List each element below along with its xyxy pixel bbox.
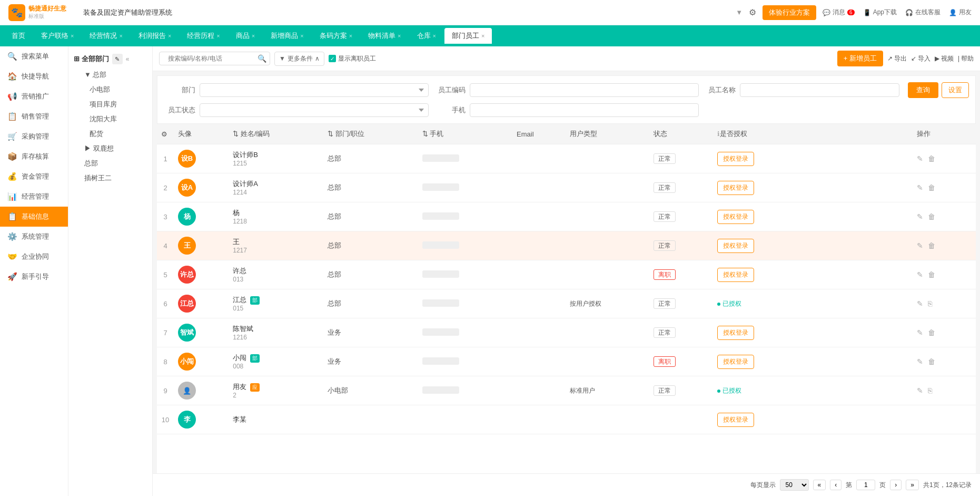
- col-name-code[interactable]: ⇅ 姓名/编码: [229, 124, 323, 144]
- dept-subitem-project[interactable]: 项目库房: [74, 97, 152, 112]
- auth-button[interactable]: 授权登录: [717, 210, 754, 224]
- delete-icon[interactable]: 🗑: [928, 183, 935, 192]
- sidebar-item-system[interactable]: ⚙️系统管理: [0, 227, 68, 247]
- edit-icon[interactable]: ✎: [917, 386, 923, 395]
- col-dept-position[interactable]: ⇅ 部门/职位: [323, 124, 418, 144]
- copy-icon[interactable]: ⎘: [928, 386, 932, 395]
- phone-input[interactable]: [470, 103, 699, 117]
- tab-employees[interactable]: 部门员工 ×: [444, 28, 492, 44]
- app-download-button[interactable]: 📱 App下载: [863, 8, 897, 17]
- edit-icon[interactable]: ✎: [917, 183, 923, 192]
- prev-page-button[interactable]: ‹: [830, 480, 842, 490]
- sidebar-item-nav[interactable]: 🏠快捷导航: [0, 66, 68, 86]
- first-page-button[interactable]: «: [813, 480, 826, 490]
- dept-subitem-peihuo[interactable]: 配货: [74, 127, 152, 141]
- edit-icon[interactable]: ✎: [917, 212, 923, 221]
- sidebar-item-management[interactable]: 📊经营管理: [0, 187, 68, 207]
- edit-icon[interactable]: ✎: [917, 299, 923, 308]
- emp-status-select[interactable]: [200, 103, 429, 117]
- emp-code-input[interactable]: [470, 83, 699, 97]
- import-button[interactable]: ↙ 导入: [911, 54, 930, 63]
- tab-add-goods[interactable]: 新增商品 ×: [263, 28, 311, 44]
- filter-more-button[interactable]: ▼ 更多条件 ∧: [274, 52, 324, 66]
- tab-bom[interactable]: 物料清单 ×: [361, 28, 408, 44]
- tab-profit[interactable]: 利润报告 ×: [131, 28, 179, 44]
- search-input[interactable]: [163, 52, 258, 65]
- dept-select[interactable]: [200, 83, 429, 97]
- page-number-input[interactable]: [856, 480, 875, 490]
- delete-icon[interactable]: 🗑: [928, 357, 935, 366]
- close-icon[interactable]: ×: [216, 33, 220, 39]
- tab-home[interactable]: 首页: [4, 28, 33, 44]
- dept-item-zongbu2[interactable]: 总部: [74, 156, 152, 171]
- sidebar-item-finance[interactable]: 💰资金管理: [0, 167, 68, 187]
- export-button[interactable]: ↗ 导出: [887, 54, 907, 63]
- auth-button[interactable]: 授权登录: [717, 239, 754, 253]
- dept-edit-icon[interactable]: ✎: [112, 54, 123, 64]
- close-icon[interactable]: ×: [433, 33, 436, 39]
- auth-button[interactable]: 授权登录: [717, 152, 754, 166]
- query-button[interactable]: 查询: [908, 82, 938, 98]
- sidebar-item-marketing[interactable]: 📢营销推广: [0, 86, 68, 106]
- user-menu[interactable]: 👤 用友: [949, 8, 972, 17]
- sidebar-item-basic[interactable]: 📋基础信息: [0, 207, 68, 227]
- show-resigned-checkbox[interactable]: ✓ 显示离职员工: [329, 54, 376, 63]
- sidebar-item-collab[interactable]: 🤝企业协同: [0, 247, 68, 267]
- auth-button[interactable]: 授权登录: [717, 355, 754, 369]
- set-button[interactable]: 设置: [942, 82, 969, 98]
- dept-item-shuanglu[interactable]: ▶ 双鹿想: [74, 141, 152, 156]
- dept-subitem-shenyang[interactable]: 沈阳大库: [74, 112, 152, 127]
- auth-button[interactable]: 授权登录: [717, 413, 754, 427]
- tab-history[interactable]: 经营历程 ×: [180, 28, 227, 44]
- view-button[interactable]: ▶ 视频: [935, 54, 954, 63]
- sidebar-item-search[interactable]: 🔍搜索菜单: [0, 46, 68, 66]
- auth-button[interactable]: 授权登录: [717, 181, 754, 195]
- sidebar-item-sales[interactable]: 📋销售管理: [0, 106, 68, 127]
- search-button[interactable]: 🔍: [258, 54, 266, 63]
- emp-name-input[interactable]: [740, 83, 899, 97]
- dept-subitem-xiaodian[interactable]: 小电部: [74, 82, 152, 97]
- online-service-button[interactable]: 🎧 在线客服: [905, 8, 941, 17]
- settings-icon[interactable]: ⚙: [749, 7, 756, 17]
- sidebar-item-inventory[interactable]: 📦库存核算: [0, 147, 68, 167]
- close-icon[interactable]: ×: [119, 33, 122, 39]
- dept-item-chashuwang[interactable]: 插树王二: [74, 171, 152, 186]
- add-employee-button[interactable]: + 新增员工: [837, 51, 883, 66]
- close-icon[interactable]: ×: [168, 33, 171, 39]
- tab-goods[interactable]: 商品 ×: [229, 28, 262, 44]
- tab-barcode[interactable]: 条码方案 ×: [312, 28, 360, 44]
- edit-icon[interactable]: ✎: [917, 357, 923, 366]
- delete-icon[interactable]: 🗑: [928, 212, 935, 221]
- sidebar-item-purchase[interactable]: 🛒采购管理: [0, 127, 68, 147]
- edit-icon[interactable]: ✎: [917, 328, 923, 337]
- tab-customer[interactable]: 客户联络 ×: [34, 28, 81, 44]
- edit-icon[interactable]: ✎: [917, 270, 923, 279]
- page-size-select[interactable]: 50 100: [780, 479, 809, 491]
- dropdown-arrow-icon[interactable]: ▼: [736, 8, 743, 16]
- tab-warehouse[interactable]: 仓库 ×: [410, 28, 443, 44]
- experience-button[interactable]: 体验行业方案: [763, 5, 816, 20]
- dept-item-zongbu[interactable]: ▼ 总部: [74, 67, 152, 82]
- dept-collapse-btn[interactable]: «: [126, 55, 130, 63]
- delete-icon[interactable]: 🗑: [928, 154, 935, 163]
- sidebar-item-guide[interactable]: 🚀新手引导: [0, 267, 68, 287]
- auth-button[interactable]: 授权登录: [717, 268, 754, 282]
- close-icon[interactable]: ×: [398, 33, 401, 39]
- close-icon[interactable]: ×: [71, 33, 74, 39]
- delete-icon[interactable]: 🗑: [928, 328, 935, 337]
- auth-button[interactable]: 授权登录: [717, 326, 754, 340]
- col-settings[interactable]: ⚙: [157, 124, 174, 144]
- col-phone[interactable]: ⇅ 手机: [418, 124, 512, 144]
- tab-operation[interactable]: 经营情况 ×: [82, 28, 130, 44]
- help-button[interactable]: | 帮助: [958, 54, 974, 63]
- close-icon[interactable]: ×: [252, 33, 255, 39]
- message-button[interactable]: 💬 消息 6: [823, 8, 855, 17]
- delete-icon[interactable]: 🗑: [928, 241, 935, 250]
- next-page-button[interactable]: ›: [890, 480, 902, 490]
- close-icon[interactable]: ×: [349, 33, 352, 39]
- copy-icon[interactable]: ⎘: [928, 299, 932, 308]
- close-icon[interactable]: ×: [300, 33, 303, 39]
- edit-icon[interactable]: ✎: [917, 154, 923, 163]
- edit-icon[interactable]: ✎: [917, 241, 923, 250]
- last-page-button[interactable]: »: [906, 480, 919, 490]
